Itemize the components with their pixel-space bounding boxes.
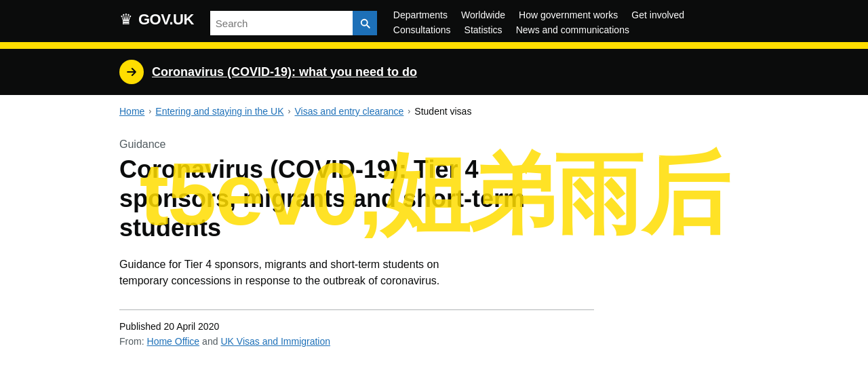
main-nav: Departments Worldwide How government wor…	[393, 10, 684, 35]
published-date: 20 April 2020	[164, 321, 220, 332]
guidance-label: Guidance	[119, 138, 749, 151]
gov-uk-logo[interactable]: ♛ GOV.UK	[119, 11, 194, 29]
from-link-ukvi[interactable]: UK Visas and Immigration	[220, 336, 330, 347]
crown-icon: ♛	[119, 11, 133, 29]
covid-arrow-icon	[119, 60, 144, 84]
nav-get-involved[interactable]: Get involved	[631, 10, 684, 20]
nav-row-1: Departments Worldwide How government wor…	[393, 10, 684, 20]
covid-banner-link[interactable]: Coronavirus (COVID-19): what you need to…	[152, 65, 417, 79]
search-button[interactable]	[353, 11, 377, 35]
breadcrumb-item-home: Home ›	[119, 106, 151, 117]
breadcrumb-current: Student visas	[414, 106, 471, 117]
from-link-home-office[interactable]: Home Office	[147, 336, 200, 347]
breadcrumb-separator: ›	[408, 107, 410, 116]
from-label: From:	[119, 336, 144, 347]
yellow-bar	[0, 42, 868, 49]
main-content: Guidance Coronavirus (COVID-19): Tier 4 …	[108, 122, 760, 363]
nav-worldwide[interactable]: Worldwide	[461, 10, 505, 20]
page-description: Guidance for Tier 4 sponsors, migrants a…	[119, 257, 486, 289]
site-header: ♛ GOV.UK Departments Worldwide How gover…	[0, 0, 868, 42]
published-meta: Published 20 April 2020	[119, 321, 749, 332]
breadcrumb-item-current: Student visas	[414, 106, 471, 117]
nav-statistics[interactable]: Statistics	[465, 24, 502, 35]
breadcrumb-item-visas: Visas and entry clearance ›	[294, 106, 410, 117]
breadcrumb-separator: ›	[149, 107, 151, 116]
breadcrumb-link-home[interactable]: Home	[119, 106, 144, 117]
breadcrumb-link-entering[interactable]: Entering and staying in the UK	[155, 106, 283, 117]
nav-row-2: Consultations Statistics News and commun…	[393, 24, 684, 35]
search-icon	[359, 17, 371, 29]
nav-news-communications[interactable]: News and communications	[516, 24, 629, 35]
search-input[interactable]	[210, 11, 353, 35]
site-name: GOV.UK	[138, 11, 194, 29]
breadcrumb-area: Home › Entering and staying in the UK › …	[108, 95, 760, 122]
nav-how-government-works[interactable]: How government works	[519, 10, 618, 20]
nav-departments[interactable]: Departments	[393, 10, 448, 20]
search-area	[210, 11, 377, 35]
from-separator: and	[202, 336, 218, 347]
nav-consultations[interactable]: Consultations	[393, 24, 451, 35]
page-title: Coronavirus (COVID-19): Tier 4 sponsors,…	[119, 155, 540, 243]
breadcrumb-item-entering: Entering and staying in the UK ›	[155, 106, 290, 117]
content-divider	[119, 309, 594, 310]
arrow-right-icon	[125, 65, 138, 79]
from-meta: From: Home Office and UK Visas and Immig…	[119, 336, 749, 347]
breadcrumb: Home › Entering and staying in the UK › …	[119, 106, 749, 117]
published-label: Published	[119, 321, 161, 332]
breadcrumb-separator: ›	[288, 107, 290, 116]
covid-banner: Coronavirus (COVID-19): what you need to…	[0, 49, 868, 95]
breadcrumb-link-visas[interactable]: Visas and entry clearance	[294, 106, 403, 117]
